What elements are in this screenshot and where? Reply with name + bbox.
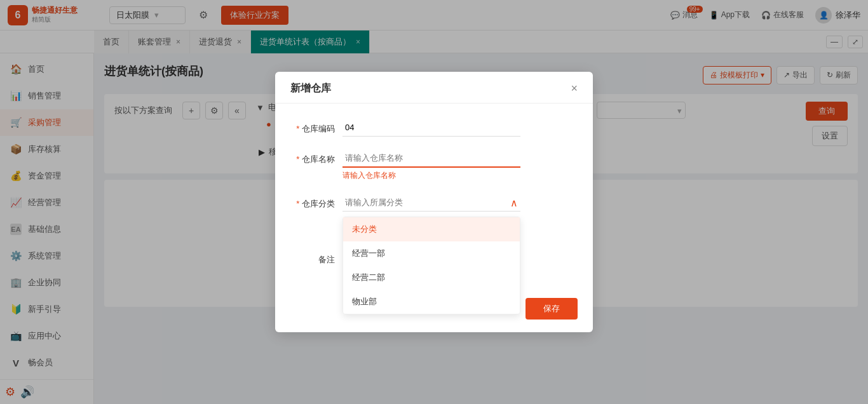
add-warehouse-modal: 新增仓库 × * 仓库编码 * 仓库名称 请输入仓库名称 (275, 72, 593, 332)
category-label-text: 仓库分类 (302, 199, 335, 208)
category-dropdown: 未分类 经营一部 经营二部 物业部 (342, 217, 520, 314)
name-label: * 仓库名称 (290, 149, 335, 165)
save-button[interactable]: 保存 (526, 298, 578, 320)
category-input[interactable] (342, 194, 520, 212)
dropdown-item-ops1[interactable]: 经营一部 (343, 241, 520, 266)
code-label-text: 仓库编码 (302, 124, 335, 133)
code-label: * 仓库编码 (290, 119, 335, 135)
modal-body: * 仓库编码 * 仓库名称 请输入仓库名称 * 仓库分类 (275, 104, 593, 290)
warehouse-code-input[interactable] (342, 119, 520, 137)
dropdown-item-uncategorized[interactable]: 未分类 (343, 217, 520, 241)
name-field: * 仓库名称 请输入仓库名称 (290, 149, 578, 181)
category-label: * 仓库分类 (290, 194, 335, 210)
modal-close-button[interactable]: × (571, 82, 578, 95)
modal-title: 新增仓库 (290, 82, 331, 95)
name-label-text: 仓库名称 (302, 154, 335, 164)
code-field: * 仓库编码 (290, 119, 578, 137)
dropdown-item-property[interactable]: 物业部 (343, 290, 520, 314)
category-select-wrapper: ∧ 未分类 经营一部 经营二部 物业部 (342, 194, 520, 212)
name-error-message: 请输入仓库名称 (342, 170, 578, 181)
dropdown-item-ops2[interactable]: 经营二部 (343, 266, 520, 290)
notes-modal-label: 备注 (290, 250, 335, 266)
category-field: * 仓库分类 ∧ 未分类 经营一部 经营二部 物业部 (290, 194, 578, 212)
modal-header: 新增仓库 × (275, 72, 593, 104)
warehouse-name-input[interactable] (342, 149, 520, 168)
